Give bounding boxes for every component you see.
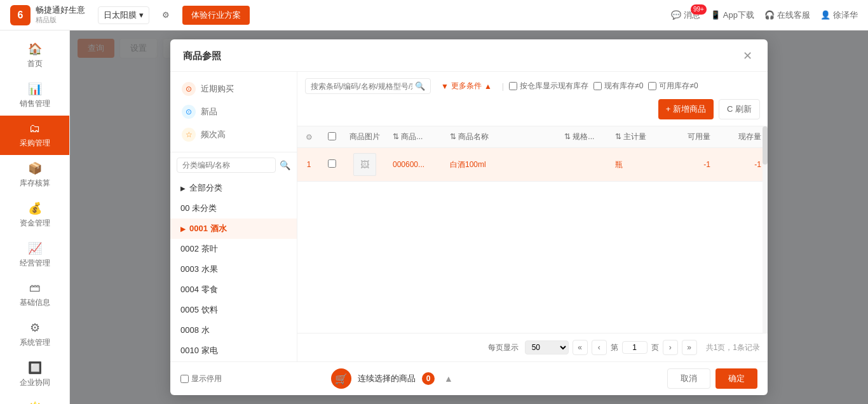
recent-purchases-btn[interactable]: ⊙ 近期购买 (177, 78, 290, 100)
show-disabled-checkbox[interactable]: 显示停用 (180, 374, 222, 384)
pagination: 每页显示 50 100 200 « ‹ 第 页 › (297, 333, 768, 361)
table-row[interactable]: 1 🖼 (297, 148, 768, 182)
logo-area: 6 畅捷通好生意 精品版 (10, 5, 85, 25)
sidebar-item-basic[interactable]: 🗃 基础信息 (0, 275, 69, 314)
cat-tea[interactable]: 0002 茶叶 (170, 239, 297, 259)
cat-all[interactable]: ▶ 全部分类 (170, 178, 297, 198)
scroll-thumb[interactable] (763, 126, 768, 165)
sidebar-item-guide[interactable]: 🌟 新手引导 (0, 394, 69, 404)
cat-liquor[interactable]: ▶ 0001 酒水 (170, 219, 297, 239)
gear-icon[interactable]: ⚙ (157, 6, 175, 24)
message-icon[interactable]: 💬 消息 99 (671, 10, 700, 21)
cat-fruit[interactable]: 0003 水果 (170, 259, 297, 279)
user-avatar[interactable]: 👤 徐泽华 (820, 10, 858, 21)
freq-icon: ☆ (182, 128, 196, 142)
toolbar-right: + 新增商品 C 刷新 (658, 99, 760, 119)
th-name[interactable]: ⇅ 商品名称 (444, 126, 558, 148)
products-table-element: ⚙ 商品图片 ⇅ 商品... (297, 126, 768, 182)
next-page-btn[interactable]: › (663, 340, 678, 355)
logo-icon: 6 (10, 5, 31, 25)
inventory-icon: 📦 (28, 161, 42, 175)
sales-icon: 📊 (28, 82, 42, 96)
sidebar-item-inventory[interactable]: 📦 库存核算 (0, 155, 69, 195)
row-img: 🖼 (343, 148, 386, 182)
product-panel: 🔍 ▼ 更多条件 ▲ | 按仓库显示现有库存 (297, 72, 768, 361)
sidebar-item-system[interactable]: ⚙ 系统管理 (0, 314, 69, 354)
th-img: 商品图片 (343, 126, 386, 148)
main-content: 查询 设置 刷新 商品参照 ✕ ⊙ (70, 30, 868, 404)
row-code: 000600... (386, 148, 444, 182)
home-icon: 🏠 (28, 42, 42, 56)
settings-col-icon[interactable]: ⚙ (306, 133, 313, 142)
experience-btn[interactable]: 体验行业方案 (182, 6, 250, 25)
sidebar-item-finance[interactable]: 💰 资金管理 (0, 195, 69, 235)
table-body: 1 🖼 (297, 148, 768, 182)
category-search: 🔍 (170, 158, 297, 178)
system-icon: ⚙ (30, 321, 40, 335)
sidebar-item-enterprise[interactable]: 🔲 企业协同 (0, 354, 69, 394)
page-size-select[interactable]: 50 100 200 (525, 340, 569, 354)
sidebar-item-sales[interactable]: 📊 销售管理 (0, 76, 69, 116)
th-checkbox (320, 126, 343, 148)
footer-right: 取消 确定 (667, 368, 757, 389)
th-spec[interactable]: ⇅ 规格... (558, 126, 609, 148)
frequent-btn[interactable]: ☆ 频次高 (177, 124, 290, 145)
th-avail: 可用量 (660, 126, 717, 148)
page-number-input[interactable] (622, 341, 648, 354)
sidebar-item-home[interactable]: 🏠 首页 (0, 36, 69, 76)
row-unit: 瓶 (609, 148, 660, 182)
row-stock: -1 (717, 148, 768, 182)
cat-appliance[interactable]: 0010 家电 (170, 340, 297, 361)
confirm-btn[interactable]: 确定 (715, 368, 757, 389)
modal-close-btn[interactable]: ✕ (740, 48, 755, 64)
cat-uncategorized[interactable]: 00 未分类 (170, 198, 297, 219)
th-code[interactable]: ⇅ 商品... (386, 126, 444, 148)
product-search-input[interactable] (311, 82, 412, 91)
select-all-checkbox[interactable] (328, 132, 336, 140)
sidebar: 🏠 首页 📊 销售管理 🗂 采购管理 📦 库存核算 💰 资金管理 📈 经营管理 … (0, 30, 70, 404)
category-search-input[interactable] (177, 158, 276, 173)
guide-icon: 🌟 (28, 401, 42, 404)
filter-btn[interactable]: ▼ 更多条件 ▲ (436, 78, 497, 94)
cat-snack[interactable]: 0004 零食 (170, 279, 297, 300)
recent-icon: ⊙ (182, 82, 196, 96)
quick-buttons: ⊙ 近期购买 ⊙ 新品 ☆ 频次高 (170, 78, 297, 152)
cart-icon-btn[interactable]: 🛒 (331, 368, 351, 389)
online-service[interactable]: 🎧 在线客服 (764, 10, 810, 21)
arrow-icon: ▶ (180, 185, 186, 192)
row-checkbox[interactable] (320, 148, 343, 182)
nav-selector[interactable]: 日太阳膜 ▾ (98, 6, 149, 24)
cat-drink[interactable]: 0005 饮料 (170, 300, 297, 320)
sidebar-item-operation[interactable]: 📈 经营管理 (0, 235, 69, 275)
row-spec (558, 148, 609, 182)
search-icon[interactable]: 🔍 (415, 81, 425, 91)
cart-icon: 🛒 (335, 373, 348, 385)
cat-water[interactable]: 0008 水 (170, 320, 297, 340)
new-icon: ⊙ (182, 105, 196, 119)
last-page-btn[interactable]: » (682, 340, 697, 355)
new-products-btn[interactable]: ⊙ 新品 (177, 101, 290, 123)
prev-page-btn[interactable]: ‹ (592, 340, 607, 355)
category-search-icon[interactable]: 🔍 (280, 160, 290, 170)
product-search-box: 🔍 (305, 78, 431, 94)
product-image: 🖼 (353, 153, 376, 176)
modal-header: 商品参照 ✕ (170, 39, 768, 72)
app-download[interactable]: 📱 App下载 (710, 10, 754, 21)
cancel-btn[interactable]: 取消 (667, 368, 710, 389)
message-badge: 99 (691, 4, 707, 15)
purchase-icon: 🗂 (29, 122, 41, 135)
checkbox-warehouse-stock[interactable]: 按仓库显示现有库存 (509, 81, 588, 91)
modal-footer: 显示停用 🛒 连续选择的商品 0 ▲ 取消 确定 (170, 361, 768, 395)
refresh-btn[interactable]: C 刷新 (719, 99, 760, 119)
add-product-btn[interactable]: + 新增商品 (658, 99, 714, 119)
th-unit[interactable]: ⇅ 主计量 (609, 126, 660, 148)
sidebar-item-purchase[interactable]: 🗂 采购管理 (0, 116, 69, 155)
row-name: 白酒100ml (444, 148, 558, 182)
footer-collapse-btn[interactable]: ▲ (441, 371, 456, 386)
page-info: 共1页，1条记录 (706, 342, 760, 353)
checkbox-avail-nonzero[interactable]: 现有库存≠0 (593, 81, 643, 91)
modal-title: 商品参照 (183, 50, 221, 62)
checkbox-can-use-nonzero[interactable]: 可用库存≠0 (648, 81, 698, 91)
first-page-btn[interactable]: « (573, 340, 588, 355)
enterprise-icon: 🔲 (28, 361, 42, 375)
